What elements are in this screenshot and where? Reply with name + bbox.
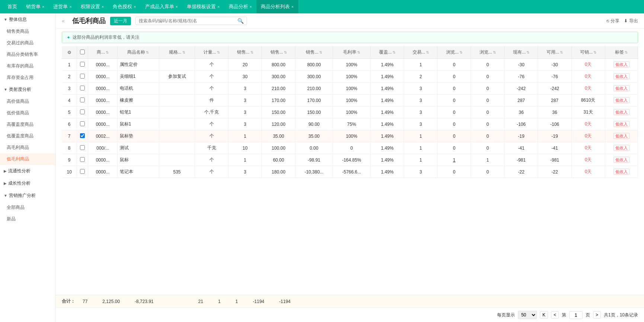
row-name[interactable]: 属性定价 [117,59,159,71]
sidebar-group-growth[interactable]: ▶ 成长性分析 [0,177,55,189]
sidebar-group-circulation[interactable]: ▶ 流通性分析 [0,165,55,177]
sidebar-item-low-coverage[interactable]: 低覆盖度商品 [0,130,55,142]
nav-template-settings[interactable]: 单据模板设置 × [182,0,224,13]
row-name[interactable]: 鼠标 [117,154,159,166]
sidebar-item-high-margin[interactable]: 高毛利商品 [0,142,55,153]
col-code[interactable]: 商...⇅ [88,46,117,59]
row-checkbox[interactable] [77,166,88,178]
row-checkbox[interactable] [77,59,88,71]
col-name[interactable]: 商品名称⇅ [117,46,159,59]
row-name[interactable]: 电话机 [117,83,159,95]
col-coverage[interactable]: 覆盖...⇅ [371,46,404,59]
sidebar-item-low-value[interactable]: 低价值商品 [0,107,55,119]
export-icon: ⬇ [624,18,628,23]
row-checkbox[interactable] [77,118,88,130]
row-view1[interactable]: 0 [438,130,471,142]
row-view1[interactable]: 0 [438,106,471,118]
col-sale-amount[interactable]: 销售...⇅ [295,46,333,59]
row-view1[interactable]: 0 [438,118,471,130]
close-icon[interactable]: × [69,4,71,9]
nav-home[interactable]: 首页 [3,0,22,13]
next-page-button[interactable]: > [593,311,601,319]
share-button[interactable]: ⎋ 分享 [606,18,619,24]
row-no: 2 [62,71,77,83]
sidebar-item-inventory-capital[interactable]: 库存资金占用 [0,72,55,83]
select-all-checkbox[interactable] [80,50,85,54]
row-name[interactable]: 橡皮擦 [117,95,159,106]
col-current-stock[interactable]: 现有...⇅ [504,46,538,59]
row-view1[interactable]: 0 [438,142,471,154]
nav-permissions[interactable]: 权限设置 × [76,0,108,13]
sidebar-group-overview[interactable]: ▼ 整体信息 [0,13,55,26]
export-button[interactable]: ⬇ 导出 [624,18,638,24]
row-checkbox[interactable] [77,142,88,154]
row-name[interactable]: 测试 [117,142,159,154]
row-name[interactable]: 吴细细1 [117,71,159,83]
first-page-button[interactable]: K [540,311,548,319]
nav-product-analysis-list[interactable]: 商品分析列表 × [256,0,298,13]
sidebar-item-high-coverage[interactable]: 高覆盖度商品 [0,119,55,130]
col-spec[interactable]: 规格...⇅ [159,46,195,59]
nav-role-auth[interactable]: 角色授权 × [108,0,140,13]
close-icon[interactable]: × [250,4,252,9]
row-checkbox[interactable] [77,106,88,118]
row-name[interactable]: 铅笔1 [117,106,159,118]
row-checkbox[interactable] [77,71,88,83]
row-view1[interactable]: 1 [438,154,471,166]
sidebar-item-stock-products[interactable]: 有库存的商品 [0,60,55,72]
row-view1[interactable]: 0 [438,59,471,71]
close-icon[interactable]: × [176,4,178,9]
sidebar-item-all-products[interactable]: 全部商品 [0,202,55,213]
row-available: -981 [538,154,571,166]
sidebar-item-new-products[interactable]: 新品 [0,213,55,225]
row-code: 0000... [88,71,117,83]
row-name[interactable]: 鼠标垫 [117,130,159,142]
col-sale-qty[interactable]: 销售...⇅ [228,46,262,59]
close-icon[interactable]: × [102,4,104,9]
close-icon[interactable]: × [217,4,220,9]
time-filter-button[interactable]: 近一月 [110,17,131,25]
sidebar-item-low-margin[interactable]: 低毛利商品 [0,153,55,165]
col-view1[interactable]: 浏览...⇅ [438,46,471,59]
nav-product-analysis[interactable]: 商品分析 × [224,0,256,13]
nav-sales-order[interactable]: 销货单 × [22,0,49,13]
row-name[interactable]: 笔记本 [117,166,159,178]
row-view1[interactable]: 0 [438,95,471,106]
prev-page-button[interactable]: < [551,311,559,319]
row-checkbox[interactable] [77,95,88,106]
row-spec [159,59,195,71]
col-available[interactable]: 可用...⇅ [538,46,571,59]
close-icon[interactable]: × [42,4,44,9]
nav-product-entry[interactable]: 产成品入库单 × [141,0,182,13]
row-checkbox[interactable] [77,83,88,95]
col-tag[interactable]: 标签⇅ [605,46,638,59]
row-checkbox[interactable] [77,130,88,142]
col-view2[interactable]: 浏览...⇅ [471,46,504,59]
page-number-input[interactable] [569,311,583,319]
row-view1[interactable]: 0 [438,166,471,178]
search-icon[interactable]: 🔍 [237,18,244,24]
col-trade[interactable]: 交易...⇅ [404,46,438,59]
col-unit[interactable]: 计量...⇅ [195,46,228,59]
nav-purchase-order[interactable]: 进货单 × [49,0,76,13]
col-saleable[interactable]: 可销...⇅ [571,46,605,59]
col-settings[interactable]: ⚙ [62,46,77,59]
page-size-select[interactable]: 50 100 200 [518,311,537,319]
row-name[interactable]: 鼠标1 [117,118,159,130]
row-view1[interactable]: 0 [438,71,471,83]
sidebar-group-density-analysis[interactable]: ▼ 类射度分析 [0,83,55,96]
collapse-sidebar-icon[interactable]: « [62,18,68,24]
sidebar-group-marketing[interactable]: ▼ 营销推广分析 [0,189,55,202]
row-checkbox[interactable] [77,154,88,166]
close-icon[interactable]: × [291,4,294,9]
close-icon[interactable]: × [134,4,136,9]
search-input[interactable] [139,18,237,23]
row-view1[interactable]: 0 [438,83,471,95]
sidebar-item-traded-products[interactable]: 交易过的商品 [0,37,55,49]
sidebar-item-category-sales-rate[interactable]: 商品分类销售率 [0,49,55,60]
col-gross-margin[interactable]: 毛利率⇅ [333,46,371,59]
table-row: 7 0002... 鼠标垫 个 1 35.00 35.00 100% 1.49%… [62,130,638,142]
sidebar-item-sales-products[interactable]: 销售类商品 [0,26,55,37]
col-sale-price[interactable]: 销售...⇅ [262,46,295,59]
sidebar-item-high-value[interactable]: 高价值商品 [0,96,55,107]
